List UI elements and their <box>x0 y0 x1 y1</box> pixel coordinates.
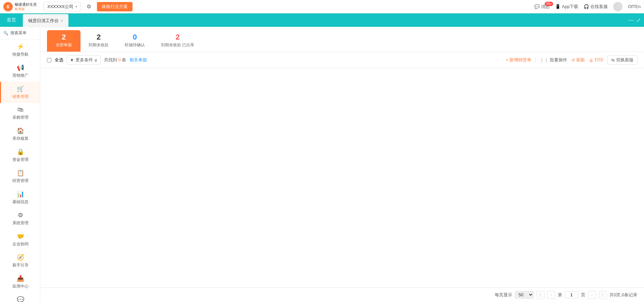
page-size-select[interactable]: 50 20 100 <box>515 291 534 299</box>
sidebar-item-inventory[interactable]: 🏠 库存核算 <box>0 124 40 145</box>
phone-icon: 📱 <box>555 4 560 9</box>
top-header: 6 畅捷通好生意 标准版 XXXXXX公司 ▾ ⚙ 体验行业方案 💬 消息 99… <box>0 0 644 13</box>
print-icon: 🖨 <box>589 58 593 63</box>
batch-operations-button[interactable]: ⋮⋮ 批量操作 <box>540 57 567 63</box>
message-icon: 💬 <box>534 4 540 9</box>
logo-text: 畅捷通好生意 标准版 <box>15 2 37 11</box>
operations-icon: 📋 <box>17 169 24 177</box>
chevron-down-icon: ▾ <box>75 5 77 8</box>
sidebar-item-operations[interactable]: 📋 经营管理 <box>0 166 40 187</box>
avatar[interactable] <box>613 2 623 11</box>
toolbar-right: + 新增销货单 ⋮⋮ 批量操作 ↺ 刷新 🖨 打印 ⇆ 切换新版 <box>506 55 637 65</box>
table-area <box>40 68 644 287</box>
sidebar-item-marketing[interactable]: 📢 营销推广 <box>0 61 40 82</box>
select-all-label: 全选 <box>55 57 63 63</box>
stat-tab-all[interactable]: 2 全部单据 <box>47 30 80 52</box>
stat-tab-overdue[interactable]: 2 到期未收款 <box>80 30 117 52</box>
stats-tabs: 2 全部单据 2 到期未收款 0 旺辅待确认 2 到期未收款 已出库 <box>40 27 644 52</box>
switch-version-button[interactable]: ⇆ 切换新版 <box>607 55 637 65</box>
sidebar-item-newbie[interactable]: 🧭 新手引导 <box>0 250 40 271</box>
found-count: 0 <box>118 57 121 62</box>
basic-info-icon: 📊 <box>17 190 24 198</box>
purchase-icon: 🛍 <box>17 106 23 113</box>
refresh-button[interactable]: ↺ 刷新 <box>571 57 585 63</box>
last-page-button[interactable]: ⟩⟩ <box>599 291 607 299</box>
add-sales-order-button[interactable]: + 新增销货单 <box>506 57 531 63</box>
stat-tab-shipped[interactable]: 2 到期未收款 已出库 <box>153 30 202 52</box>
page-label-2: 页 <box>581 292 585 298</box>
logo-area: 6 畅捷通好生意 标准版 <box>3 2 44 11</box>
empty-state <box>40 68 644 287</box>
toolbar-left: 全选 ▼ 更多条件 ∨ 共找到 0 条 相关单据 <box>47 55 502 65</box>
tab-home[interactable]: 首页 <box>0 13 23 27</box>
sidebar-item-system[interactable]: ⚙ 系统管理 <box>0 208 40 229</box>
inventory-icon: 🏠 <box>17 127 24 134</box>
tab-bar-actions: — ⤢ <box>628 17 644 23</box>
app-center-icon: 📥 <box>17 275 24 282</box>
service-icon: 🎧 <box>584 4 589 9</box>
message-button[interactable]: 💬 消息 99+ <box>534 4 550 10</box>
prev-page-button[interactable]: ＜ <box>547 291 555 299</box>
sidebar-item-basic-info[interactable]: 📊 基础信息 <box>0 187 40 208</box>
tab-workbench[interactable]: 钱货日清工作台 × <box>23 14 68 27</box>
sidebar-item-app-center[interactable]: 📥 应用中心 <box>0 271 40 293</box>
finance-icon: 🔒 <box>17 148 24 156</box>
quick-nav-icon: ⚡ <box>17 43 24 50</box>
tab-minimize-icon[interactable]: — <box>628 17 634 23</box>
header-right: 💬 消息 99+ 📱 App下载 🎧 在线客服 OfTEn <box>534 2 641 11</box>
select-all-checkbox[interactable] <box>47 58 51 62</box>
online-service-button[interactable]: 🎧 在线客服 <box>584 4 608 10</box>
app-download-button[interactable]: 📱 App下载 <box>555 4 578 10</box>
page-label: 第 <box>558 292 562 298</box>
tab-bar: 首页 钱货日清工作台 × — ⤢ <box>0 13 644 27</box>
related-link[interactable]: 相关单据 <box>129 57 147 63</box>
batch-icon: ⋮⋮ <box>540 58 548 63</box>
sidebar-item-purchase[interactable]: 🛍 采购管理 <box>0 103 40 124</box>
sales-icon: 🛒 <box>17 85 24 93</box>
switch-icon: ⇆ <box>611 58 615 63</box>
found-text: 共找到 0 条 <box>104 57 126 63</box>
page-size-label: 每页显示 <box>495 292 512 298</box>
first-page-button[interactable]: ⟨⟨ <box>536 291 544 299</box>
content-area: 2 全部单据 2 到期未收款 0 旺辅待确认 2 到期未收款 已出库 全选 <box>40 27 644 302</box>
total-records-text: 共0页,0条记录 <box>609 292 637 298</box>
experience-button[interactable]: 体验行业方案 <box>97 2 132 11</box>
enterprise-icon: 🤝 <box>17 233 24 240</box>
divider <box>535 58 536 62</box>
page-number-input[interactable] <box>565 291 578 298</box>
sidebar-item-wechat[interactable]: 💬 企业微信 <box>0 293 40 302</box>
sidebar: 🔍 搜索菜单 ⚡ 快捷导航 📢 营销推广 🛒 销售管理 🛍 采购管理 🏠 库存核… <box>0 27 40 302</box>
system-icon: ⚙ <box>18 212 23 219</box>
logo-icon: 6 <box>3 2 13 11</box>
filter-icon: ▼ <box>70 58 74 63</box>
toolbar: 全选 ▼ 更多条件 ∨ 共找到 0 条 相关单据 + 新增销货单 ⋮⋮ <box>40 52 644 68</box>
refresh-icon: ↺ <box>571 58 575 63</box>
settings-icon[interactable]: ⚙ <box>84 2 94 11</box>
print-button[interactable]: 🖨 打印 <box>589 57 603 63</box>
username-label: OfTEn <box>628 4 641 9</box>
newbie-icon: 🧭 <box>17 254 24 261</box>
filter-button[interactable]: ▼ 更多条件 ∨ <box>67 55 101 65</box>
message-badge: 99+ <box>545 2 553 6</box>
marketing-icon: 📢 <box>17 64 24 71</box>
search-icon: 🔍 <box>3 31 8 36</box>
sidebar-item-finance[interactable]: 🔒 资金管理 <box>0 145 40 166</box>
sidebar-item-sales[interactable]: 🛒 销售管理 <box>0 82 40 103</box>
sidebar-search-item[interactable]: 🔍 搜索菜单 <box>0 27 40 40</box>
stat-tab-pending[interactable]: 0 旺辅待确认 <box>117 30 153 52</box>
sidebar-item-quick-nav[interactable]: ⚡ 快捷导航 <box>0 40 40 61</box>
next-page-button[interactable]: ＞ <box>588 291 596 299</box>
main-layout: 🔍 搜索菜单 ⚡ 快捷导航 📢 营销推广 🛒 销售管理 🛍 采购管理 🏠 库存核… <box>0 27 644 302</box>
tab-close-icon[interactable]: × <box>61 18 63 23</box>
pagination: 每页显示 50 20 100 ⟨⟨ ＜ 第 页 ＞ ⟩⟩ 共0页,0条记录 <box>40 287 644 302</box>
tab-expand-icon[interactable]: ⤢ <box>636 17 641 23</box>
filter-arrow-icon: ∨ <box>94 58 98 63</box>
sidebar-item-enterprise[interactable]: 🤝 企业协同 <box>0 229 40 250</box>
company-selector[interactable]: XXXXXX公司 ▾ <box>44 2 81 11</box>
wechat-icon: 💬 <box>17 296 24 302</box>
